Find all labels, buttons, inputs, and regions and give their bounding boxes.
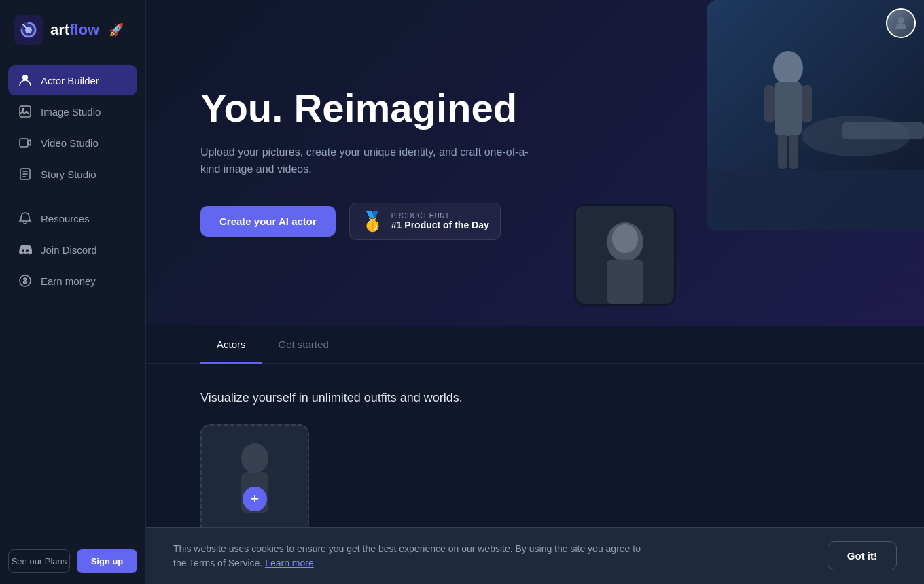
image-icon <box>18 104 33 119</box>
sidebar-item-actor-builder-label: Actor Builder <box>41 75 99 86</box>
person-icon <box>18 73 33 88</box>
hero-section: You. Reimagined Upload your pictures, cr… <box>146 0 924 326</box>
video-icon <box>18 135 33 150</box>
medal-icon: 🥇 <box>361 210 385 233</box>
section-title: Visualize yourself in unlimited outfits … <box>200 391 870 405</box>
logo-icon <box>14 15 43 45</box>
hero-main-image <box>707 0 924 231</box>
rocket-icon: 🚀 <box>109 22 124 37</box>
svg-rect-5 <box>20 139 28 147</box>
cookie-learn-more-link[interactable]: Learn more <box>265 557 314 568</box>
svg-rect-13 <box>775 82 802 136</box>
svg-point-23 <box>241 443 268 473</box>
dollar-icon <box>18 273 33 288</box>
sidebar-item-resources-label: Resources <box>41 213 90 224</box>
svg-point-12 <box>773 51 803 85</box>
svg-point-22 <box>612 224 638 253</box>
tab-get-started[interactable]: Get started <box>262 326 345 364</box>
logo-area: artflow 🚀 <box>0 0 145 60</box>
nav-section: Actor Builder Image Studio Video Studio <box>0 60 145 538</box>
sidebar-item-video-studio[interactable]: Video Studio <box>8 128 137 158</box>
sidebar-item-join-discord-label: Join Discord <box>41 244 97 256</box>
sidebar: artflow 🚀 Actor Builder Image Studio <box>0 0 146 584</box>
svg-point-4 <box>22 109 24 111</box>
hero-images <box>574 0 924 326</box>
sidebar-item-image-studio-label: Image Studio <box>41 106 101 118</box>
tabs-section: Actors Get started <box>146 326 924 364</box>
sidebar-item-resources[interactable]: Resources <box>8 203 137 233</box>
svg-rect-9 <box>707 170 924 231</box>
sidebar-item-earn-money-label: Earn money <box>41 275 96 287</box>
sidebar-item-story-studio-label: Story Studio <box>41 169 96 180</box>
got-it-button[interactable]: Got it! <box>828 541 897 570</box>
hero-actions: Create your AI actor 🥇 PRODUCT HUNT #1 P… <box>200 203 540 240</box>
tabs: Actors Get started <box>200 326 870 363</box>
sidebar-item-image-studio[interactable]: Image Studio <box>8 97 137 126</box>
svg-rect-3 <box>20 106 31 117</box>
sidebar-item-story-studio[interactable]: Story Studio <box>8 159 137 189</box>
see-plans-button[interactable]: See our Plans <box>8 549 70 573</box>
cookie-message: This website uses cookies to ensure you … <box>173 542 649 570</box>
hero-title: You. Reimagined <box>200 86 540 130</box>
sidebar-item-earn-money[interactable]: Earn money <box>8 266 137 296</box>
sidebar-item-actor-builder[interactable]: Actor Builder <box>8 65 137 95</box>
sidebar-item-join-discord[interactable]: Join Discord <box>8 235 137 264</box>
book-icon <box>18 167 33 182</box>
product-hunt-label: PRODUCT HUNT <box>391 212 489 220</box>
tab-actors[interactable]: Actors <box>200 326 262 364</box>
product-hunt-badge: 🥇 PRODUCT HUNT #1 Product of the Day <box>349 203 501 240</box>
discord-icon <box>18 242 33 257</box>
cookie-banner: This website uses cookies to ensure you … <box>146 527 924 584</box>
svg-point-18 <box>898 17 904 24</box>
hero-content: You. Reimagined Upload your pictures, cr… <box>200 86 540 240</box>
main-content: You. Reimagined Upload your pictures, cr… <box>146 0 924 584</box>
svg-rect-21 <box>607 260 643 304</box>
hero-subtitle: Upload your pictures, create your unique… <box>200 143 540 178</box>
nav-divider <box>16 196 129 196</box>
add-actor-icon: + <box>243 487 267 511</box>
svg-rect-17 <box>789 135 798 169</box>
create-actor-button[interactable]: Create your AI actor <box>200 206 336 237</box>
bell-icon <box>18 211 33 226</box>
svg-rect-14 <box>764 85 775 122</box>
signup-button[interactable]: Sign up <box>77 549 137 573</box>
svg-rect-11 <box>842 122 924 139</box>
product-hunt-text: PRODUCT HUNT #1 Product of the Day <box>391 212 489 230</box>
svg-rect-16 <box>778 135 787 169</box>
sidebar-item-video-studio-label: Video Studio <box>41 137 99 149</box>
sidebar-bottom: See our Plans Sign up <box>0 538 145 584</box>
svg-rect-15 <box>802 85 812 122</box>
product-hunt-award: #1 Product of the Day <box>391 220 489 230</box>
hero-secondary-image <box>574 204 676 306</box>
svg-point-2 <box>22 75 28 80</box>
logo-text: artflow <box>50 21 99 39</box>
hero-avatar-small <box>886 8 916 38</box>
